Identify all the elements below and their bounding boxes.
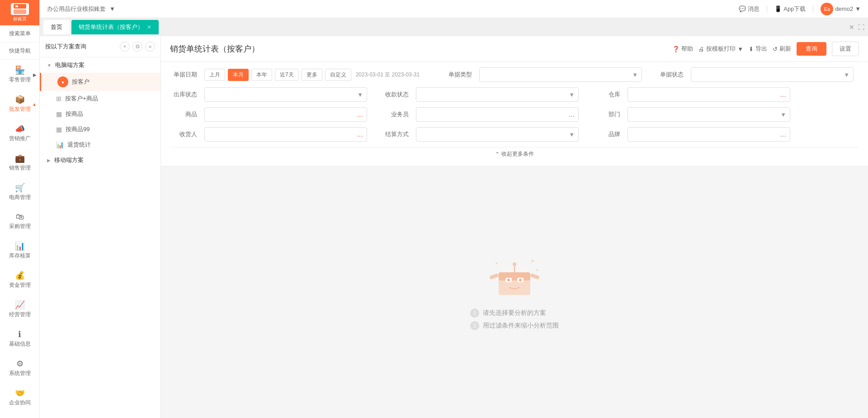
sidebar-item-purchase[interactable]: 🛍 采购管理: [0, 207, 39, 236]
date-label: 单据日期: [170, 71, 197, 79]
department-label: 部门: [593, 110, 620, 119]
tree-section-pc[interactable]: ▼ 电脑端方案: [40, 57, 160, 73]
order-status-dropdown: ▼: [844, 71, 849, 78]
topbar-right: 💬 消息 📱 App下载 Ea demo2 ▼: [739, 3, 861, 15]
system-icon: ⚙: [16, 359, 24, 369]
sidebar-item-finance[interactable]: 💰 资金管理: [0, 265, 39, 294]
user-dropdown-icon: ▼: [855, 5, 861, 12]
date-more[interactable]: 更多: [302, 69, 322, 81]
left-panel: 按以下方案查询 + ⚙ « ▼ 电脑端方案: [40, 36, 161, 418]
tab-close-icon[interactable]: ✕: [147, 24, 151, 30]
refresh-btn[interactable]: ↺ 刷新: [773, 45, 791, 53]
sidebar-item-ecommerce[interactable]: 🛒 电商管理: [0, 177, 39, 207]
add-scheme-btn[interactable]: +: [120, 42, 130, 52]
hint-item-1: 1 请先选择要分析的方案: [470, 309, 559, 318]
scheme-by-customer-goods[interactable]: ⊞ 按客户+商品: [40, 91, 160, 106]
out-status-select[interactable]: ▼: [204, 87, 367, 102]
sidebar-item-wholesale[interactable]: 📦 批发管理 ▲: [0, 89, 39, 119]
date-custom[interactable]: 自定义: [325, 69, 351, 81]
scheme-by-goods99[interactable]: ▦ 按商品99: [40, 122, 160, 137]
order-status-label: 单据状态: [656, 71, 684, 79]
receipt-status-dropdown: ▼: [569, 91, 575, 98]
search-menu[interactable]: 搜索菜单: [0, 25, 39, 43]
date-range: 2023-03-01 至 2023-03-31: [356, 71, 420, 79]
avatar: Ea: [821, 3, 833, 15]
scheme-return-stats-label: 退货统计: [67, 141, 91, 149]
sidebar-item-enterprise[interactable]: 🤝 企业协同: [0, 383, 39, 412]
brand-dots[interactable]: ...: [780, 130, 786, 138]
tab-sales-stats[interactable]: 销货单统计表（按客户） ✕: [71, 20, 159, 34]
maximize-buttons: ✕ ⛶: [849, 24, 864, 31]
help-btn[interactable]: ❓ 帮助: [672, 45, 693, 53]
purchase-icon: 🛍: [16, 212, 24, 222]
warehouse-label: 仓库: [593, 90, 620, 99]
user-profile[interactable]: Ea demo2 ▼: [821, 3, 861, 15]
warehouse-select[interactable]: ...: [627, 87, 790, 102]
sidebar-item-system[interactable]: ⚙ 系统管理: [0, 353, 39, 383]
sidebar-item-operation[interactable]: 📈 经营管理: [0, 294, 39, 324]
maximize-icon[interactable]: ⛶: [858, 24, 864, 31]
quick-nav[interactable]: 快捷导航: [0, 43, 39, 60]
bar-icon: 📊: [56, 141, 64, 148]
collapse-panel-btn[interactable]: «: [145, 42, 155, 52]
sidebar-item-newbie[interactable]: 🎯 新手引导: [0, 412, 39, 418]
marketing-icon: 📣: [15, 124, 25, 134]
date-this-month[interactable]: 本月: [228, 69, 249, 81]
brand-select[interactable]: ...: [627, 127, 790, 142]
export-btn[interactable]: ⬇ 导出: [749, 45, 767, 53]
close-window-icon[interactable]: ✕: [849, 24, 854, 31]
salesperson-dots[interactable]: ...: [569, 110, 575, 119]
settings-btn[interactable]: 设置: [832, 42, 859, 56]
scheme-return-stats[interactable]: 📊 退货统计: [40, 137, 160, 152]
order-status-select[interactable]: ▼: [691, 67, 854, 82]
topbar-left: 办公用品行业模拟账套 ▼: [47, 5, 115, 13]
app-download-btn[interactable]: 📱 App下载: [774, 5, 806, 13]
receipt-status-select[interactable]: ▼: [416, 87, 579, 102]
scheme-by-goods[interactable]: ▦ 按商品: [40, 106, 160, 122]
hint-num-1: 1: [470, 309, 479, 318]
settings-scheme-btn[interactable]: ⚙: [132, 42, 142, 52]
sidebar-item-sales[interactable]: 💼 销售管理: [0, 148, 39, 177]
scheme-by-customer[interactable]: ● 按客户: [40, 73, 160, 91]
goods-dots[interactable]: ...: [357, 110, 363, 119]
filter-row-2: 出库状态 ▼ 收款状态 ▼ 仓库 ...: [170, 87, 859, 102]
industry-dropdown-icon[interactable]: ▼: [109, 5, 115, 12]
svg-rect-1: [14, 10, 26, 14]
collapse-more-btn[interactable]: ⌃ 收起更多条件: [170, 147, 859, 161]
date-last-month[interactable]: 上月: [204, 69, 225, 81]
order-type-dropdown: ▼: [632, 71, 638, 78]
active-scheme-icon: ●: [61, 80, 64, 85]
sidebar-item-basic[interactable]: ℹ 基础信息: [0, 324, 39, 353]
tab-home[interactable]: 首页: [43, 20, 70, 34]
filter-row-3: 商品 ... 业务员 ... 部门 ▼: [170, 107, 859, 122]
wholesale-arrow: ▲: [32, 101, 37, 106]
date-this-year[interactable]: 本年: [251, 69, 272, 81]
tree-section-mobile[interactable]: ▶ 移动端方案: [40, 152, 160, 168]
query-btn[interactable]: 查询: [797, 42, 826, 56]
collapse-icon: «: [149, 43, 152, 50]
message-btn[interactable]: 💬 消息: [739, 5, 760, 13]
svg-point-15: [536, 269, 538, 271]
sidebar-item-retail[interactable]: 🏪 零售管理 ▶: [0, 60, 39, 89]
settlement-select[interactable]: ▼: [416, 127, 579, 142]
settings-icon: ⚙: [135, 43, 140, 50]
sidebar-item-inventory[interactable]: 📊 库存核算: [0, 236, 39, 265]
warehouse-dots[interactable]: ...: [780, 90, 786, 99]
svg-rect-4: [499, 272, 530, 280]
goods-select[interactable]: ...: [204, 107, 367, 122]
print-btn[interactable]: 🖨 按模板打印 ▼: [698, 45, 743, 53]
order-type-select[interactable]: ▼: [479, 67, 642, 82]
receiver-dots[interactable]: ...: [357, 130, 363, 138]
refresh-icon: ↺: [773, 46, 778, 52]
receiver-select[interactable]: ...: [204, 127, 367, 142]
section-label-mobile: 移动端方案: [54, 156, 84, 164]
sidebar-item-marketing[interactable]: 📣 营销推广: [0, 119, 39, 148]
industry-label: 办公用品行业模拟账套: [47, 5, 106, 13]
page-actions: ❓ 帮助 🖨 按模板打印 ▼ ⬇ 导出 ↺ 刷新: [672, 42, 859, 56]
date-last-7-days[interactable]: 近7天: [275, 69, 299, 81]
filter-row-4: 收货人 ... 结算方式 ▼ 品牌 ...: [170, 127, 859, 142]
department-select[interactable]: ▼: [627, 107, 790, 122]
topbar: 办公用品行业模拟账套 ▼ 💬 消息 📱 App下载 Ea demo2 ▼: [40, 0, 868, 18]
retail-arrow: ▶: [33, 72, 37, 77]
salesperson-select[interactable]: ...: [416, 107, 579, 122]
